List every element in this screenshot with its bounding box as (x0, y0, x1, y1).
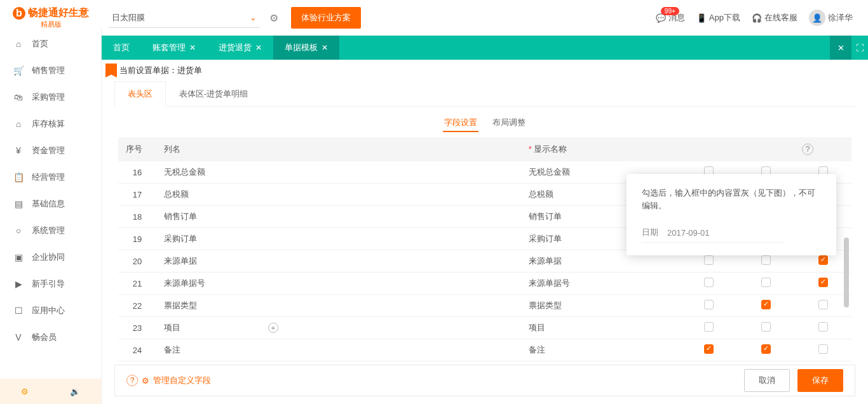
logo-brand: 畅捷通好生意 (28, 6, 89, 20)
cell-col-name: 采购订单 (156, 228, 521, 250)
help-icon[interactable]: ? (802, 144, 813, 155)
checkbox[interactable] (761, 255, 771, 265)
sidebar-item-label: 库存核算 (32, 118, 65, 130)
logo-main: b 畅捷通好生意 (13, 6, 89, 20)
inner-tab-1[interactable]: 表体区-进货单明细 (166, 81, 261, 106)
sidebar-icon: ⌂ (13, 118, 24, 130)
cell-seq: 22 (118, 295, 156, 317)
cell-col-name: 来源单据 (156, 250, 521, 273)
checkbox[interactable] (818, 278, 828, 287)
logo[interactable]: b 畅捷通好生意 精易版 (0, 6, 102, 29)
chevron-down-icon: ⌄ (250, 13, 257, 22)
checkbox[interactable] (704, 344, 714, 354)
gear-icon[interactable]: ⚙ (21, 387, 29, 396)
cell-seq: 18 (118, 206, 156, 228)
checkbox[interactable] (818, 255, 828, 265)
example-label: 日期 (642, 227, 658, 238)
tooltip-text: 勾选后，输入框中的内容置灰（见下图），不可编辑。 (642, 187, 821, 212)
volume-icon[interactable]: 🔉 (70, 387, 80, 396)
experience-button[interactable]: 体验行业方案 (291, 7, 361, 29)
sidebar-bottom: ⚙ 🔉 (0, 379, 101, 404)
checkbox[interactable] (818, 344, 828, 354)
gear-icon: ⚙ (142, 376, 149, 386)
user-menu[interactable]: 👤 徐泽华 (809, 10, 853, 26)
scrollbar[interactable] (844, 238, 849, 307)
custom-fields-label: 管理自定义字段 (153, 375, 211, 386)
sidebar-item-2[interactable]: 🛍采购管理 (0, 84, 101, 111)
org-selector[interactable]: 日太阳膜 ⌄ (108, 8, 261, 28)
sidebar-item-label: 企业协同 (32, 252, 65, 263)
question-icon: ? (126, 375, 138, 386)
sub-tab-1[interactable]: 布局调整 (491, 114, 527, 132)
checkbox[interactable] (761, 344, 771, 354)
cell-display-name[interactable]: 备注 (521, 339, 680, 361)
sidebar-icon: ☐ (13, 305, 24, 316)
sidebar-item-8[interactable]: ▣企业协同 (0, 244, 101, 271)
checkbox[interactable] (704, 300, 714, 309)
cell-display-name[interactable]: 票据类型 (521, 295, 680, 317)
flag-icon (105, 64, 117, 77)
config-tabs: 字段设置布局调整 (102, 107, 868, 137)
inner-tab-0[interactable]: 表头区 (114, 81, 166, 107)
tab-1[interactable]: 账套管理✕ (141, 36, 207, 60)
topbar-right: 💬 99+ 消息 📱 App下载 🎧 在线客服 👤 徐泽华 (656, 10, 868, 26)
plus-icon[interactable]: + (268, 323, 278, 333)
cell-chk1 (680, 339, 737, 361)
sidebar-icon: ▤ (13, 198, 24, 210)
manage-custom-fields-link[interactable]: ? ⚙ 管理自定义字段 (126, 375, 211, 386)
sidebar-icon: 📋 (13, 172, 24, 183)
cancel-button[interactable]: 取消 (744, 369, 790, 392)
tab-2[interactable]: 进货退货✕ (207, 36, 273, 60)
gear-icon[interactable]: ⚙ (269, 12, 278, 24)
app-download-link[interactable]: 📱 App下载 (696, 12, 740, 24)
cell-chk3 (794, 273, 851, 295)
sidebar-item-6[interactable]: ▤基础信息 (0, 191, 101, 217)
sidebar-item-5[interactable]: 📋经营管理 (0, 164, 101, 191)
sidebar-icon: V (13, 332, 24, 343)
avatar-icon: 👤 (809, 10, 825, 26)
checkbox[interactable] (761, 300, 771, 309)
sidebar-item-7[interactable]: ○系统管理 (0, 217, 101, 244)
checkbox[interactable] (761, 322, 771, 332)
sidebar-item-9[interactable]: ▶新手引导 (0, 271, 101, 297)
cell-col-name: 票据类型 (156, 295, 521, 317)
checkbox[interactable] (761, 278, 771, 287)
cell-display-name[interactable]: 项目 (521, 317, 680, 339)
save-button[interactable]: 保存 (797, 369, 843, 392)
page-tabs: 首页账套管理✕进货退货✕单据模板✕✕⛶ (102, 36, 868, 60)
customer-service-link[interactable]: 🎧 在线客服 (752, 12, 797, 24)
cell-col-name: 销售订单 (156, 206, 521, 228)
sub-tab-0[interactable]: 字段设置 (443, 114, 478, 132)
close-icon[interactable]: ✕ (322, 43, 328, 52)
sidebar-icon: ○ (13, 225, 24, 236)
sidebar-item-4[interactable]: ¥资金管理 (0, 137, 101, 164)
close-icon[interactable]: ✕ (255, 43, 262, 52)
sidebar-item-label: 应用中心 (32, 305, 65, 316)
cell-chk3 (794, 339, 851, 361)
logo-icon: b (13, 7, 25, 20)
checkbox[interactable] (704, 278, 714, 287)
close-icon[interactable]: ✕ (189, 43, 196, 52)
sidebar-item-0[interactable]: ⌂首页 (0, 30, 101, 57)
checkbox[interactable] (704, 255, 714, 265)
messages-link[interactable]: 💬 99+ 消息 (656, 12, 685, 24)
checkbox[interactable] (818, 300, 828, 309)
sidebar-item-10[interactable]: ☐应用中心 (0, 297, 101, 324)
cell-seq: 19 (118, 228, 156, 250)
sidebar-item-1[interactable]: 🛒销售管理 (0, 57, 101, 84)
checkbox[interactable] (704, 322, 714, 332)
sidebar-item-11[interactable]: V畅会员 (0, 324, 101, 351)
col-chk2 (737, 137, 794, 161)
tab-0[interactable]: 首页 (102, 36, 141, 60)
cell-seq: 23 (118, 317, 156, 339)
checkbox[interactable] (818, 322, 828, 332)
cell-display-name[interactable]: 来源单据号 (521, 273, 680, 295)
expand-icon[interactable]: ⛶ (851, 36, 868, 60)
sidebar-item-3[interactable]: ⌂库存核算 (0, 111, 101, 137)
close-tab-button[interactable]: ✕ (830, 36, 851, 60)
tab-label: 账套管理 (153, 42, 186, 53)
app-download-label: App下载 (709, 12, 740, 24)
tab-3[interactable]: 单据模板✕ (273, 36, 339, 60)
tooltip-example: 日期 2017-09-01 (642, 227, 785, 243)
sidebar-item-label: 销售管理 (32, 65, 65, 76)
